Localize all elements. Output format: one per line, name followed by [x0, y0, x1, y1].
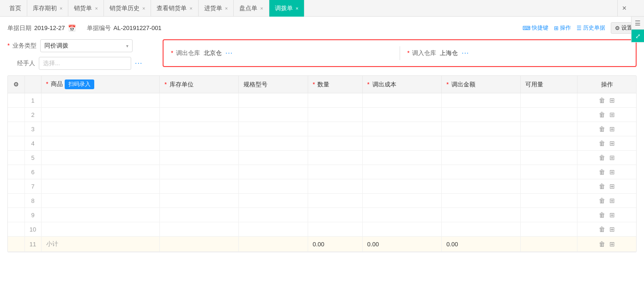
row-product-cell[interactable] — [41, 93, 160, 108]
row-cost-cell[interactable] — [362, 165, 441, 179]
delete-icon[interactable]: 🗑 — [599, 97, 605, 104]
delete-icon[interactable]: 🗑 — [599, 240, 605, 248]
delete-icon[interactable]: 🗑 — [599, 111, 605, 118]
row-spec-cell[interactable] — [239, 208, 308, 222]
row-quantity-cell[interactable] — [308, 194, 362, 208]
row-available-cell[interactable] — [521, 93, 577, 108]
row-unit-cell[interactable] — [160, 151, 239, 165]
row-spec-cell[interactable] — [239, 108, 308, 122]
row-amount-cell[interactable] — [442, 151, 521, 165]
handler-more-icon[interactable]: ··· — [135, 59, 142, 67]
row-amount-cell[interactable] — [442, 222, 521, 237]
delete-icon[interactable]: 🗑 — [599, 140, 605, 147]
row-spec-cell[interactable] — [239, 165, 308, 179]
warehouse-in-more-icon[interactable]: ··· — [462, 49, 469, 57]
row-unit-cell[interactable] — [160, 108, 239, 122]
row-available-cell[interactable] — [521, 165, 577, 179]
row-spec-cell[interactable] — [239, 151, 308, 165]
tab-sales-order[interactable]: 销货单 × — [68, 0, 103, 17]
calendar-icon[interactable]: 📅 — [68, 24, 76, 32]
row-spec-cell[interactable] — [239, 136, 308, 151]
row-available-cell[interactable] — [521, 136, 577, 151]
row-quantity-cell[interactable] — [308, 179, 362, 194]
copy-icon[interactable]: ⊞ — [609, 183, 615, 190]
business-type-select[interactable]: 同价调拨 ▾ — [40, 39, 133, 52]
row-cost-cell[interactable] — [362, 93, 441, 108]
operation-link[interactable]: ⊞ 操作 — [554, 24, 571, 32]
row-product-cell[interactable] — [41, 179, 160, 194]
row-spec-cell[interactable] — [239, 222, 308, 237]
row-available-cell[interactable] — [521, 208, 577, 222]
close-inventory-check[interactable]: × — [260, 6, 263, 11]
row-amount-cell[interactable] — [442, 165, 521, 179]
copy-icon[interactable]: ⊞ — [609, 140, 615, 147]
row-quantity-cell[interactable] — [308, 122, 362, 136]
row-unit-cell[interactable] — [160, 222, 239, 237]
row-quantity-cell[interactable] — [308, 151, 362, 165]
row-unit-cell[interactable] — [160, 93, 239, 108]
row-quantity-cell[interactable] — [308, 208, 362, 222]
row-spec-cell[interactable] — [239, 179, 308, 194]
sidebar-expand-icon[interactable]: ⤢ — [632, 30, 644, 43]
copy-icon[interactable]: ⊞ — [609, 197, 615, 204]
row-available-cell[interactable] — [521, 194, 577, 208]
row-spec-cell[interactable] — [239, 122, 308, 136]
row-available-cell[interactable] — [521, 179, 577, 194]
tab-sales-history[interactable]: 销货单历史 × — [104, 0, 151, 17]
row-quantity-cell[interactable] — [308, 222, 362, 237]
close-sales-history[interactable]: × — [142, 6, 145, 11]
row-amount-cell[interactable] — [442, 108, 521, 122]
history-link[interactable]: ☰ 历史单据 — [577, 24, 605, 32]
delete-icon[interactable]: 🗑 — [599, 197, 605, 204]
row-amount-cell[interactable] — [442, 208, 521, 222]
copy-icon[interactable]: ⊞ — [609, 211, 615, 219]
close-transfer-order[interactable]: × — [296, 6, 298, 11]
row-unit-cell[interactable] — [160, 165, 239, 179]
copy-icon[interactable]: ⊞ — [609, 168, 615, 176]
delete-icon[interactable]: 🗑 — [599, 226, 605, 233]
row-quantity-cell[interactable] — [308, 93, 362, 108]
row-product-cell[interactable] — [41, 122, 160, 136]
copy-icon[interactable]: ⊞ — [609, 154, 615, 161]
row-cost-cell[interactable] — [362, 179, 441, 194]
delete-icon[interactable]: 🗑 — [599, 211, 605, 219]
close-purchase-order[interactable]: × — [225, 6, 228, 11]
copy-icon[interactable]: ⊞ — [609, 226, 615, 233]
row-cost-cell[interactable] — [362, 122, 441, 136]
tab-inventory-init[interactable]: 库存期初 × — [27, 0, 68, 17]
row-product-cell[interactable] — [41, 194, 160, 208]
row-available-cell[interactable] — [521, 151, 577, 165]
copy-icon[interactable]: ⊞ — [609, 111, 615, 118]
row-unit-cell[interactable] — [160, 136, 239, 151]
col-settings-header[interactable]: ⚙ — [8, 76, 24, 93]
row-unit-cell[interactable] — [160, 208, 239, 222]
row-cost-cell[interactable] — [362, 108, 441, 122]
sidebar-doc-icon[interactable]: ☰ — [632, 17, 644, 30]
close-inventory-init[interactable]: × — [60, 6, 62, 11]
row-product-cell[interactable] — [41, 108, 160, 122]
delete-icon[interactable]: 🗑 — [599, 168, 605, 176]
copy-icon[interactable]: ⊞ — [609, 240, 615, 248]
row-quantity-cell[interactable] — [308, 108, 362, 122]
row-cost-cell[interactable] — [362, 208, 441, 222]
tab-home[interactable]: 首页 — [4, 0, 27, 17]
row-product-cell[interactable] — [41, 208, 160, 222]
tab-view-sales[interactable]: 查看销货单 × — [151, 0, 198, 17]
row-amount-cell[interactable] — [442, 136, 521, 151]
row-amount-cell[interactable] — [442, 122, 521, 136]
row-amount-cell[interactable] — [442, 194, 521, 208]
row-cost-cell[interactable] — [362, 151, 441, 165]
row-available-cell[interactable] — [521, 122, 577, 136]
row-product-cell[interactable] — [41, 151, 160, 165]
row-cost-cell[interactable] — [362, 194, 441, 208]
row-cost-cell[interactable] — [362, 222, 441, 237]
tab-inventory-check[interactable]: 盘点单 × — [234, 0, 269, 17]
row-available-cell[interactable] — [521, 222, 577, 237]
delete-icon[interactable]: 🗑 — [599, 125, 605, 133]
row-amount-cell[interactable] — [442, 179, 521, 194]
row-spec-cell[interactable] — [239, 93, 308, 108]
row-unit-cell[interactable] — [160, 194, 239, 208]
tab-purchase-order[interactable]: 进货单 × — [199, 0, 234, 17]
close-view-sales[interactable]: × — [189, 6, 192, 11]
copy-icon[interactable]: ⊞ — [609, 125, 615, 133]
